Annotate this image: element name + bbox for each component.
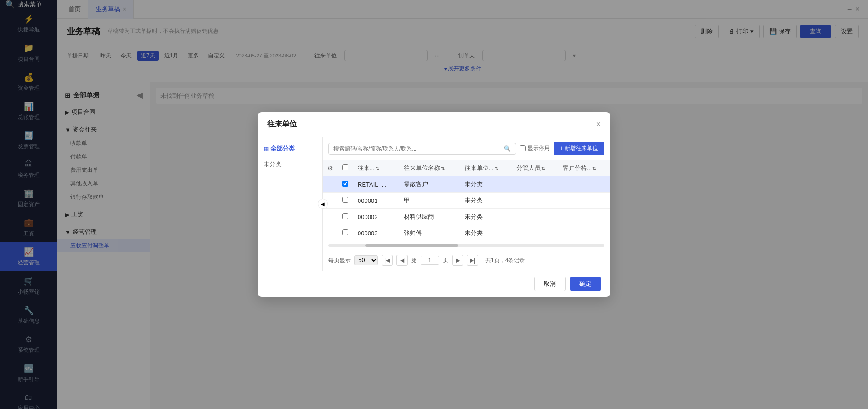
row-name-cell: 甲	[399, 193, 460, 209]
row-price-cell	[558, 176, 610, 193]
row-code-cell: RETAIL_...	[353, 176, 399, 193]
last-page-button[interactable]: ▶|	[467, 255, 478, 266]
row-name-cell: 材料供应商	[399, 209, 460, 225]
modal-close-button[interactable]: ×	[596, 120, 601, 129]
cancel-button[interactable]: 取消	[534, 277, 566, 291]
th-name[interactable]: 往来单位名称 ⇅	[399, 160, 460, 176]
modal-body: ⊞ 全部分类 未分类 ◀ 🔍	[258, 137, 610, 271]
row-price-cell	[558, 193, 610, 209]
th-settings[interactable]: ⚙	[323, 160, 338, 176]
search-icon2: 🔍	[504, 145, 511, 152]
row-checkbox[interactable]	[342, 197, 348, 203]
modal-title: 往来单位	[267, 120, 297, 129]
scrollbar-thumb[interactable]	[365, 244, 458, 247]
grid-icon2: ⊞	[264, 145, 269, 152]
row-name-cell: 张帅傅	[399, 225, 460, 241]
table-row[interactable]: 000002 材料供应商 未分类	[323, 209, 610, 225]
row-manager-cell	[512, 225, 558, 241]
th-checkbox[interactable]	[338, 160, 353, 176]
row-checkbox[interactable]	[342, 213, 348, 219]
page-input[interactable]: 1	[421, 256, 439, 265]
row-checkbox-cell[interactable]	[338, 176, 353, 193]
page-label: 第	[411, 257, 417, 264]
panel-collapse-button[interactable]: ◀	[318, 199, 328, 209]
select-all-checkbox[interactable]	[342, 164, 348, 170]
per-page-select[interactable]: 50 100	[354, 255, 378, 265]
modal-category-all[interactable]: ⊞ 全部分类	[258, 141, 322, 157]
chevron-left-icon: ◀	[321, 201, 325, 207]
modal-table-wrapper: ⚙ 往来... ⇅	[323, 160, 610, 241]
row-manager-cell	[512, 176, 558, 193]
row-checkbox-cell[interactable]	[338, 225, 353, 241]
modal-pagination: 每页显示 50 100 |◀ ◀ 第 1 页 ▶ ▶| 共1页，4条记录	[323, 250, 610, 271]
prev-page-button[interactable]: ◀	[396, 255, 408, 266]
modal-right-panel: 🔍 显示停用 + 新增往来单位 ⚙	[323, 137, 610, 271]
sort-icon3: ⇅	[495, 166, 498, 171]
row-code-cell: 000001	[353, 193, 399, 209]
first-page-button[interactable]: |◀	[382, 255, 393, 266]
show-disabled-checkbox-wrapper: 显示停用	[520, 145, 550, 152]
row-checkbox[interactable]	[342, 229, 348, 235]
partner-modal: 往来单位 × ⊞ 全部分类 未分类 ◀	[258, 112, 610, 297]
row-price-cell	[558, 209, 610, 225]
row-manager-cell	[512, 193, 558, 209]
sort-icon5: ⇅	[592, 166, 596, 171]
total-label: 共1页，4条记录	[485, 257, 525, 264]
row-price-cell	[558, 225, 610, 241]
sort-icon2: ⇅	[441, 166, 445, 171]
table-scrollbar[interactable]	[328, 244, 604, 247]
th-category[interactable]: 往来单位... ⇅	[460, 160, 512, 176]
modal-search-box[interactable]: 🔍	[328, 143, 516, 155]
show-disabled-label: 显示停用	[528, 145, 550, 152]
row-name-cell: 零散客户	[399, 176, 460, 193]
per-page-label: 每页显示	[328, 257, 351, 264]
row-category-cell: 未分类	[460, 225, 512, 241]
show-disabled-checkbox[interactable]	[520, 145, 526, 151]
th-code[interactable]: 往来... ⇅	[353, 160, 399, 176]
modal-toolbar: 🔍 显示停用 + 新增往来单位	[323, 137, 610, 160]
partner-table: ⚙ 往来... ⇅	[323, 160, 610, 241]
modal-category-panel: ⊞ 全部分类 未分类 ◀	[258, 137, 323, 271]
row-code-cell: 000002	[353, 209, 399, 225]
table-row[interactable]: RETAIL_... 零散客户 未分类	[323, 176, 610, 193]
next-page-button[interactable]: ▶	[452, 255, 463, 266]
row-manager-cell	[512, 209, 558, 225]
modal-action-footer: 取消 确定	[258, 271, 610, 297]
row-checkbox-cell[interactable]	[338, 209, 353, 225]
sort-icon: ⇅	[376, 166, 379, 171]
row-category-cell: 未分类	[460, 193, 512, 209]
row-settings-cell	[323, 225, 338, 241]
sort-icon4: ⇅	[541, 166, 545, 171]
row-code-cell: 000003	[353, 225, 399, 241]
modal-category-item[interactable]: 未分类	[258, 157, 322, 172]
th-price[interactable]: 客户价格... ⇅	[558, 160, 610, 176]
modal-search-input[interactable]	[333, 145, 502, 152]
row-category-cell: 未分类	[460, 209, 512, 225]
th-manager[interactable]: 分管人员 ⇅	[512, 160, 558, 176]
row-settings-cell	[323, 176, 338, 193]
table-row[interactable]: 000003 张帅傅 未分类	[323, 225, 610, 241]
page-suffix: 页	[443, 257, 448, 264]
confirm-button[interactable]: 确定	[570, 277, 601, 291]
add-partner-button[interactable]: + 新增往来单位	[554, 142, 604, 155]
row-checkbox[interactable]	[342, 181, 348, 187]
table-row[interactable]: 000001 甲 未分类	[323, 193, 610, 209]
modal-header: 往来单位 ×	[258, 112, 610, 137]
row-settings-cell	[323, 209, 338, 225]
row-checkbox-cell[interactable]	[338, 193, 353, 209]
row-category-cell: 未分类	[460, 176, 512, 193]
settings-icon: ⚙	[327, 165, 333, 172]
modal-overlay: 往来单位 × ⊞ 全部分类 未分类 ◀	[0, 0, 868, 409]
